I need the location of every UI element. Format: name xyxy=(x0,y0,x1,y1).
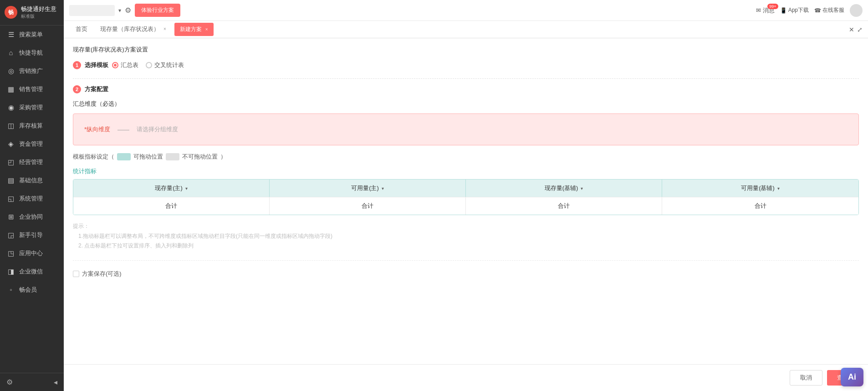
sidebar-item-purchase[interactable]: ◉ 采购管理 xyxy=(0,98,64,117)
sidebar-item-app-center[interactable]: ◳ 应用中心 xyxy=(0,244,64,262)
cancel-button[interactable]: 取消 xyxy=(790,370,822,386)
tab-new-close-icon[interactable]: × xyxy=(205,27,208,32)
sidebar-item-label: 企业协同 xyxy=(19,213,43,221)
tab-home-label: 首页 xyxy=(76,25,87,33)
member-icon: ◦ xyxy=(6,286,15,293)
settings-icon[interactable]: ⚙ xyxy=(6,378,13,386)
tab-expand-icon[interactable]: ⤢ xyxy=(857,26,863,33)
section-divider xyxy=(73,260,859,261)
topbar-left: ▾ ⚙ 体验行业方案 xyxy=(69,4,751,17)
step1-title: 选择模板 xyxy=(85,61,108,69)
stats-body-0: 合计 xyxy=(73,197,270,215)
tips-item-1: 2. 点击标题栏下拉可设置排序、插入列和删除列 xyxy=(73,241,859,251)
tab-bar: 首页 现存量（库存状况表） × 新建方案 × ✕ ⤢ xyxy=(64,21,868,38)
sidebar: 畅 畅捷通好生意 标准版 ☰ 搜索菜单 ⌂ 快捷导航 ◎ 营销推广 ▦ 销售管理… xyxy=(0,0,64,391)
stats-col-2[interactable]: 现存量(基辅) ▾ xyxy=(466,180,662,197)
collapse-icon[interactable]: ◂ xyxy=(54,378,57,386)
enterprise-icon: ⊞ xyxy=(6,213,15,221)
stats-col-1-label: 可用量(主) xyxy=(351,184,379,192)
user-avatar[interactable] xyxy=(850,4,863,17)
sidebar-item-sales[interactable]: ▦ 销售管理 xyxy=(0,80,64,98)
guide-icon: ◲ xyxy=(6,231,15,239)
movable-label: 可拖动位置 xyxy=(133,153,163,161)
step1-badge: 1 xyxy=(73,61,81,69)
sidebar-item-basic-info[interactable]: ▤ 基础信息 xyxy=(0,171,64,190)
stats-table-header: 现存量(主) ▾ 可用量(主) ▾ 现存量(基辅) ▾ xyxy=(73,180,858,197)
dimension-area[interactable]: *纵向维度 —— 请选择分组维度 xyxy=(73,113,859,145)
message-badge: 99+ xyxy=(767,4,778,9)
stats-col-0[interactable]: 现存量(主) ▾ xyxy=(73,180,270,197)
service-label: 在线客服 xyxy=(822,6,844,14)
stats-col-0-chevron[interactable]: ▾ xyxy=(185,186,188,191)
immovable-indicator xyxy=(166,153,179,160)
message-button[interactable]: ✉ 消息 99+ xyxy=(756,6,775,15)
stats-summary-3: 合计 xyxy=(755,202,766,209)
message-icon: ✉ xyxy=(756,7,761,14)
sidebar-item-search[interactable]: ☰ 搜索菜单 xyxy=(0,26,64,44)
stats-col-1-chevron[interactable]: ▾ xyxy=(382,186,384,191)
trial-btn[interactable]: 体验行业方案 xyxy=(135,4,180,17)
step2-header: 2 方案配置 xyxy=(73,85,859,93)
save-checkbox[interactable] xyxy=(73,271,79,277)
sidebar-header: 畅 畅捷通好生意 标准版 xyxy=(0,0,64,26)
sidebar-item-label: 应用中心 xyxy=(19,249,43,257)
sidebar-item-finance[interactable]: ◈ 资金管理 xyxy=(0,135,64,153)
stats-col-3-chevron[interactable]: ▾ xyxy=(777,186,780,191)
stats-table: 现存量(主) ▾ 可用量(主) ▾ 现存量(基辅) ▾ xyxy=(73,179,859,215)
management-icon: ◰ xyxy=(6,158,15,166)
sidebar-item-marketing[interactable]: ◎ 营销推广 xyxy=(0,62,64,80)
tab-home[interactable]: 首页 xyxy=(69,21,94,38)
sidebar-item-management[interactable]: ◰ 经营管理 xyxy=(0,153,64,171)
sidebar-item-nav[interactable]: ⌂ 快捷导航 xyxy=(0,44,64,62)
sidebar-item-label: 经营管理 xyxy=(19,158,43,166)
radio-cross[interactable]: 交叉统计表 xyxy=(146,61,184,69)
service-button[interactable]: ☎ 在线客服 xyxy=(814,6,844,14)
stats-body-2: 合计 xyxy=(466,197,662,215)
ai-badge[interactable]: Ai xyxy=(841,368,863,386)
basic-info-icon: ▤ xyxy=(6,176,15,185)
radio-summary[interactable]: 汇总表 xyxy=(112,61,138,69)
tips-area: 提示： 1.拖动标题栏可以调整布局，不可跨维度或指标区域拖动栏目字段(只能在同一… xyxy=(73,221,859,251)
page-title: 现存量(库存状况表)方案设置 xyxy=(73,46,859,54)
stats-table-body: 合计 合计 合计 合计 xyxy=(73,197,858,215)
tab-inventory[interactable]: 现存量（库存状况表） × xyxy=(94,21,173,38)
stats-area: 统计指标 现存量(主) ▾ 可用量(主) ▾ xyxy=(73,167,859,215)
sidebar-item-weixin[interactable]: ◨ 企业微信 xyxy=(0,262,64,281)
stats-col-3[interactable]: 可用量(基辅) ▾ xyxy=(662,180,858,197)
tab-close-all-icon[interactable]: ✕ xyxy=(849,26,854,33)
topbar-search-input[interactable] xyxy=(69,5,115,16)
sidebar-item-guide[interactable]: ◲ 新手引导 xyxy=(0,226,64,244)
sidebar-item-enterprise[interactable]: ⊞ 企业协同 xyxy=(0,208,64,226)
template-indicator-label: 模板指标设定（ xyxy=(73,153,114,161)
divider1 xyxy=(73,78,859,79)
stats-col-0-label: 现存量(主) xyxy=(155,184,183,192)
sidebar-footer: ⚙ ◂ xyxy=(0,373,64,391)
finance-icon: ◈ xyxy=(6,140,15,148)
tab-new-label: 新建方案 xyxy=(180,26,202,33)
vertical-dim-label: *纵向维度 xyxy=(84,125,110,134)
sidebar-item-member[interactable]: ◦ 畅会员 xyxy=(0,281,64,299)
main-area: ▾ ⚙ 体验行业方案 ✉ 消息 99+ 📱 App下载 ☎ 在线客服 首页 xyxy=(64,0,868,391)
app-logo: 畅 xyxy=(5,6,17,19)
stats-col-1[interactable]: 可用量(主) ▾ xyxy=(270,180,466,197)
stats-col-2-chevron[interactable]: ▾ xyxy=(581,186,583,191)
app-download-button[interactable]: 📱 App下载 xyxy=(780,6,809,14)
topbar-dropdown-icon[interactable]: ▾ xyxy=(118,7,121,14)
step2-title: 方案配置 xyxy=(85,85,108,93)
sidebar-item-label: 营销推广 xyxy=(19,67,43,75)
tab-new-plan[interactable]: 新建方案 × xyxy=(174,23,214,36)
tab-inventory-close-icon[interactable]: × xyxy=(163,26,166,31)
sidebar-scroll: ☰ 搜索菜单 ⌂ 快捷导航 ◎ 营销推广 ▦ 销售管理 ◉ 采购管理 ◫ 库存核… xyxy=(0,26,64,373)
dimension-title: 汇总维度（必选） xyxy=(73,100,859,108)
stats-col-2-label: 现存量(基辅) xyxy=(545,184,578,192)
app-name: 畅捷通好生意 xyxy=(21,5,56,13)
immovable-label: 不可拖动位置 xyxy=(182,153,218,161)
save-label: 方案保存(可选) xyxy=(82,270,122,278)
sidebar-item-inventory[interactable]: ◫ 库存核算 xyxy=(0,117,64,135)
sidebar-item-label: 快捷导航 xyxy=(19,49,43,57)
stats-body-3: 合计 xyxy=(662,197,858,215)
sidebar-item-system[interactable]: ◱ 系统管理 xyxy=(0,190,64,208)
sidebar-item-label: 资金管理 xyxy=(19,140,43,148)
dim-dash: —— xyxy=(117,126,129,133)
topbar-gear-icon[interactable]: ⚙ xyxy=(125,6,131,15)
